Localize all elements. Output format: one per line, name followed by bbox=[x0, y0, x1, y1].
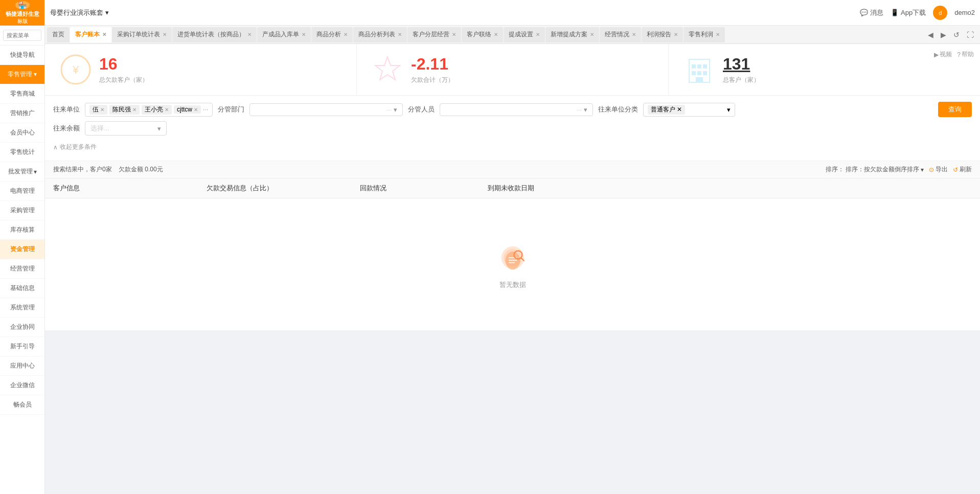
search-input[interactable] bbox=[3, 30, 41, 41]
tab-operations[interactable]: 经营情况 ✕ bbox=[600, 27, 641, 42]
logo: 🏪 畅捷通好生意 标版 bbox=[0, 0, 44, 26]
sidebar-item-label: 营销推广 bbox=[10, 109, 35, 117]
tab-close-icon[interactable]: ✕ bbox=[536, 32, 540, 37]
export-button[interactable]: ⊙ 导出 bbox=[929, 165, 948, 174]
tab-close-icon[interactable]: ✕ bbox=[102, 32, 106, 37]
category-filter-label: 往来单位分类 bbox=[598, 105, 638, 114]
sidebar-item-operations[interactable]: 经营管理 bbox=[0, 259, 44, 279]
tab-close-icon[interactable]: ✕ bbox=[344, 32, 348, 37]
person-filter-select[interactable]: ··· ▾ bbox=[440, 103, 593, 116]
col-due-date: 到期未收款日期 bbox=[488, 184, 972, 193]
result-bar: 搜索结果中，客户0家 欠款金额 0.00元 排序：排序：按欠款金额倒序排序 ▾ … bbox=[45, 161, 980, 178]
username[interactable]: demo2 bbox=[954, 9, 975, 16]
sidebar-item-ecommerce[interactable]: 电商管理 bbox=[0, 182, 44, 201]
tab-purchase-stats-product[interactable]: 进货单统计表（按商品） ✕ bbox=[172, 27, 257, 42]
col-repayment: 回款情况 bbox=[360, 184, 488, 193]
sidebar-item-marketing[interactable]: 营销推广 bbox=[0, 104, 44, 123]
tab-product-analysis[interactable]: 商品分析 ✕ bbox=[311, 27, 353, 42]
unit-tag-wang: 王小亮 ✕ bbox=[142, 105, 172, 115]
sidebar-item-inventory[interactable]: 库存核算 bbox=[0, 220, 44, 240]
tab-profit-report[interactable]: 利润报告 ✕ bbox=[642, 27, 683, 42]
tab-label: 零售利润 bbox=[689, 30, 713, 39]
unit-filter-input[interactable]: 伍 ✕ 陈民强 ✕ 王小亮 ✕ cjttcw ✕ ··· bbox=[85, 103, 213, 117]
stat-value-total-customers: 131 bbox=[723, 55, 760, 74]
collapse-label: 收起更多条件 bbox=[60, 143, 97, 151]
remove-tag-cjttcw[interactable]: ✕ bbox=[194, 107, 198, 113]
svg-rect-5 bbox=[697, 64, 701, 69]
refresh-button[interactable]: ↺ 刷新 bbox=[953, 165, 972, 174]
filter-more-icon[interactable]: ··· bbox=[203, 106, 208, 113]
messages-button[interactable]: 💬 消息 bbox=[860, 8, 883, 17]
tab-home[interactable]: 首页 bbox=[47, 27, 70, 42]
tab-close-icon[interactable]: ✕ bbox=[398, 32, 402, 37]
sidebar-item-app-center[interactable]: 应用中心 bbox=[0, 356, 44, 376]
sidebar-item-chang-member[interactable]: 畅会员 bbox=[0, 395, 44, 415]
tab-label: 客户联络 bbox=[467, 30, 491, 39]
tab-prev-icon[interactable]: ◀ bbox=[926, 30, 936, 40]
tab-product-inbound[interactable]: 产成品入库单 ✕ bbox=[257, 27, 311, 42]
logo-version: 标版 bbox=[17, 18, 28, 25]
tab-customer-tiered[interactable]: 客户分层经营 ✕ bbox=[407, 27, 461, 42]
query-button[interactable]: 查询 bbox=[938, 102, 972, 117]
sidebar-item-new-guide[interactable]: 新手引导 bbox=[0, 337, 44, 356]
sidebar-item-wholesale[interactable]: 批发管理 ▾ bbox=[0, 162, 44, 182]
category-arrow-icon: ▾ bbox=[727, 106, 731, 114]
category-tag-ordinary: 普通客户 ✕ bbox=[648, 105, 685, 115]
tab-close-icon[interactable]: ✕ bbox=[632, 32, 636, 37]
sidebar-item-retail-stats[interactable]: 零售统计 bbox=[0, 143, 44, 162]
svg-rect-6 bbox=[703, 64, 707, 69]
tab-customer-contact[interactable]: 客户联络 ✕ bbox=[462, 27, 503, 42]
svg-rect-4 bbox=[692, 64, 696, 69]
video-btn[interactable]: ▶ 视频 bbox=[934, 50, 952, 59]
tab-close-icon[interactable]: ✕ bbox=[247, 32, 252, 37]
tab-retail-profit[interactable]: 零售利润 ✕ bbox=[683, 27, 725, 42]
filter-row-2: 往来余额 选择... ▾ bbox=[53, 121, 972, 136]
app-download-label: App下载 bbox=[901, 8, 926, 17]
org-selector[interactable]: 母婴行业演示账套 ▾ bbox=[50, 8, 109, 17]
tab-close-icon[interactable]: ✕ bbox=[163, 32, 167, 37]
sidebar-item-system[interactable]: 系统管理 bbox=[0, 298, 44, 318]
app-download-button[interactable]: 📱 App下载 bbox=[891, 8, 926, 17]
sidebar-item-quick-nav[interactable]: 快捷导航 bbox=[0, 46, 44, 65]
header-right: 💬 消息 📱 App下载 d demo2 bbox=[860, 6, 975, 20]
collapse-button[interactable]: ∧ 收起更多条件 bbox=[53, 140, 972, 154]
help-btn[interactable]: ? 帮助 bbox=[957, 50, 974, 59]
remove-tag-wang[interactable]: ✕ bbox=[165, 107, 169, 113]
tab-customer-ledger[interactable]: 客户账本 ✕ bbox=[70, 27, 111, 42]
tab-commission-settings[interactable]: 提成设置 ✕ bbox=[504, 27, 545, 42]
sidebar-item-member-center[interactable]: 会员中心 bbox=[0, 123, 44, 143]
tab-close-icon[interactable]: ✕ bbox=[452, 32, 456, 37]
tab-close-icon[interactable]: ✕ bbox=[674, 32, 678, 37]
tab-add-commission-plan[interactable]: 新增提成方案 ✕ bbox=[545, 27, 599, 42]
tab-expand-icon[interactable]: ⛶ bbox=[965, 30, 976, 40]
tab-close-icon[interactable]: ✕ bbox=[494, 32, 498, 37]
sidebar-item-enterprise-collab[interactable]: 企业协同 bbox=[0, 318, 44, 337]
building-icon bbox=[684, 54, 715, 85]
tab-label: 客户分层经营 bbox=[413, 30, 449, 39]
remove-tag-wu[interactable]: ✕ bbox=[100, 107, 104, 113]
sidebar-item-label: 基础信息 bbox=[10, 284, 35, 291]
sidebar-item-label: 畅会员 bbox=[13, 401, 32, 408]
category-filter-input[interactable]: 普通客户 ✕ ▾ bbox=[643, 103, 735, 117]
sort-select[interactable]: 排序：排序：按欠款金额倒序排序 ▾ bbox=[826, 165, 924, 174]
tab-close-icon[interactable]: ✕ bbox=[302, 32, 306, 37]
sidebar-item-enterprise-wechat[interactable]: 企业微信 bbox=[0, 376, 44, 395]
tab-product-analysis-list[interactable]: 商品分析列表 ✕ bbox=[353, 27, 407, 42]
sidebar-item-retail-mall[interactable]: 零售商城 bbox=[0, 84, 44, 104]
tab-refresh-icon[interactable]: ↺ bbox=[951, 30, 962, 40]
sidebar-item-purchase[interactable]: 采购管理 bbox=[0, 201, 44, 220]
dept-filter-select[interactable]: ··· ▾ bbox=[249, 103, 403, 116]
sidebar-item-finance[interactable]: 资金管理 bbox=[0, 240, 44, 259]
stat-info-debt-total: -2.11 欠款合计（万） bbox=[411, 55, 454, 84]
tab-close-icon[interactable]: ✕ bbox=[716, 32, 720, 37]
svg-rect-9 bbox=[703, 71, 707, 75]
sidebar-item-retail-mgmt[interactable]: 零售管理 ▾ bbox=[0, 65, 44, 84]
remove-category-ordinary[interactable]: ✕ bbox=[677, 106, 682, 113]
tab-next-icon[interactable]: ▶ bbox=[939, 30, 948, 40]
sidebar-item-basic-info[interactable]: 基础信息 bbox=[0, 279, 44, 298]
balance-filter-select[interactable]: 选择... ▾ bbox=[85, 121, 167, 136]
avatar[interactable]: d bbox=[933, 6, 947, 20]
tab-purchase-order-stats[interactable]: 采购订单统计表 ✕ bbox=[112, 27, 172, 42]
remove-tag-chen[interactable]: ✕ bbox=[132, 107, 136, 113]
tab-close-icon[interactable]: ✕ bbox=[590, 32, 594, 37]
